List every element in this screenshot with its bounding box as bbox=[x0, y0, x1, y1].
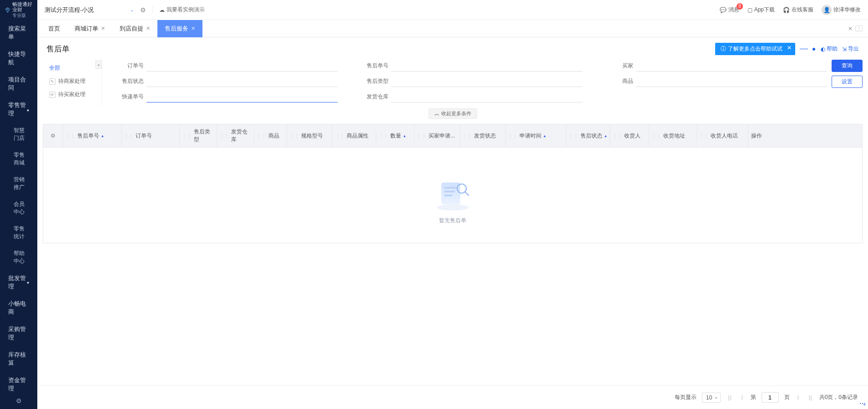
after-no-input[interactable] bbox=[391, 60, 582, 72]
tab[interactable]: 首页 bbox=[41, 20, 67, 37]
help-tip-banner[interactable]: ⓘ了解更多点击帮助试试 ✕ bbox=[715, 43, 795, 55]
drag-icon[interactable]: ⋮⋮ bbox=[569, 133, 578, 138]
drag-icon[interactable]: ⋮⋮ bbox=[508, 133, 517, 138]
sidebar-subitem[interactable]: 帮助中心 bbox=[0, 245, 37, 270]
sidebar-item[interactable]: 快捷导航 bbox=[0, 46, 37, 71]
drag-icon[interactable]: ⋮⋮ bbox=[220, 133, 229, 138]
column-header[interactable]: ⋮⋮商品 bbox=[254, 124, 287, 147]
per-page-select[interactable]: 10 bbox=[702, 393, 721, 403]
sort-icon[interactable]: ▴ bbox=[544, 133, 546, 138]
drag-icon[interactable]: ⋮⋮ bbox=[257, 133, 266, 138]
column-header[interactable]: ⋮⋮买家申请... bbox=[414, 124, 460, 147]
sidebar-item[interactable]: 零售管理▴ bbox=[0, 97, 37, 122]
after-status-select[interactable] bbox=[146, 75, 338, 87]
user-menu[interactable]: 👤 徐泽华修改 bbox=[822, 5, 861, 15]
column-header[interactable]: ⋮⋮商品属性 bbox=[333, 124, 376, 147]
column-header[interactable]: ⋮⋮售后单号▴ bbox=[63, 124, 121, 147]
prev-page-icon[interactable]: ⟨ bbox=[739, 394, 745, 402]
warehouse-select[interactable] bbox=[391, 91, 582, 102]
sidebar-item[interactable]: 项目合同 bbox=[0, 71, 37, 97]
sidebar-item[interactable]: 资金管理 bbox=[0, 372, 37, 393]
column-header[interactable]: ⋮⋮售后状态▴ bbox=[566, 124, 610, 147]
sidebar-subitem[interactable]: 营销推广 bbox=[0, 171, 37, 196]
label-buyer: 买家 bbox=[596, 62, 636, 70]
table-settings-icon[interactable]: ⚙ bbox=[43, 124, 63, 147]
column-header[interactable]: ⋮⋮数量▴ bbox=[376, 124, 414, 147]
help-link[interactable]: ◐ 帮助 bbox=[821, 45, 838, 53]
message-icon: 💬 bbox=[720, 7, 727, 13]
column-header[interactable]: ⋮⋮售后类型 bbox=[180, 124, 217, 147]
drag-icon[interactable]: ⋮⋮ bbox=[417, 133, 426, 138]
close-icon[interactable]: ✕ bbox=[146, 26, 150, 31]
sort-icon[interactable]: ▴ bbox=[101, 133, 104, 138]
sidebar-subitem[interactable]: 会员中心 bbox=[0, 196, 37, 220]
drag-icon[interactable]: ⋮⋮ bbox=[379, 133, 388, 138]
sort-icon[interactable]: ▴ bbox=[605, 133, 607, 138]
column-header[interactable]: ⋮⋮收货人电话 bbox=[696, 124, 748, 147]
total-records: 共0页，0条记录 bbox=[819, 394, 858, 401]
column-header[interactable]: ⋮⋮发货仓库 bbox=[217, 124, 254, 147]
sidebar-subitem[interactable]: 零售商城 bbox=[0, 147, 37, 171]
sidebar-item[interactable]: 小畅电商 bbox=[0, 295, 37, 321]
customer-service-link[interactable]: 🎧 在线客服 bbox=[783, 6, 813, 14]
close-icon[interactable]: ✕ bbox=[191, 26, 195, 31]
last-page-icon[interactable]: ⟩| bbox=[807, 394, 814, 402]
tab[interactable]: 售后服务✕ bbox=[157, 20, 202, 37]
drag-icon[interactable]: ⋮⋮ bbox=[652, 133, 661, 138]
goods-input[interactable] bbox=[636, 75, 827, 87]
page-label: 第 bbox=[751, 394, 756, 401]
order-no-input[interactable] bbox=[146, 60, 338, 72]
drag-icon[interactable]: ⋮⋮ bbox=[613, 133, 622, 138]
after-type-select[interactable] bbox=[391, 75, 582, 87]
column-header[interactable]: ⋮⋮收货人 bbox=[610, 124, 649, 147]
more-icon[interactable]: ⋯ bbox=[859, 400, 866, 407]
tab[interactable]: 到店自提✕ bbox=[112, 20, 157, 37]
sidebar-subitem[interactable]: 智慧门店 bbox=[0, 122, 37, 147]
settings-button[interactable]: 设置 bbox=[832, 76, 863, 88]
drag-icon[interactable]: ⋮⋮ bbox=[124, 133, 133, 138]
buyer-input[interactable] bbox=[636, 60, 827, 72]
sidebar-item[interactable]: 采购管理 bbox=[0, 321, 37, 346]
tab-close-all-icon[interactable]: ✕ bbox=[848, 26, 853, 32]
sidebar-item[interactable]: 库存核算 bbox=[0, 346, 37, 372]
drag-icon[interactable]: ⋮⋮ bbox=[290, 133, 299, 138]
sidebar-subitem[interactable]: 零售统计 bbox=[0, 220, 37, 245]
close-icon[interactable]: ✕ bbox=[101, 26, 105, 31]
sort-icon[interactable]: ▴ bbox=[404, 133, 406, 138]
query-button[interactable]: 查询 bbox=[832, 60, 863, 72]
column-header[interactable]: ⋮⋮发货状态 bbox=[460, 124, 505, 147]
drag-icon[interactable]: ⋮⋮ bbox=[335, 133, 344, 138]
org-selector[interactable]: 测试分开流程-小况 ⌄ bbox=[45, 6, 134, 14]
drag-icon[interactable]: ⋮⋮ bbox=[699, 133, 708, 138]
column-header[interactable]: ⋮⋮订单号 bbox=[121, 124, 180, 147]
filter-tab[interactable]: ✎待商家处理 bbox=[43, 75, 101, 88]
first-page-icon[interactable]: |⟨ bbox=[726, 394, 733, 402]
next-page-icon[interactable]: ⟩ bbox=[795, 394, 801, 402]
messages-link[interactable]: 💬 消息 8 bbox=[720, 6, 739, 14]
collapse-side-icon[interactable]: « bbox=[96, 61, 102, 69]
column-header[interactable]: 操作 bbox=[748, 124, 862, 147]
close-icon[interactable]: ✕ bbox=[787, 45, 792, 51]
drag-icon[interactable]: ⋮⋮ bbox=[463, 133, 472, 138]
filter-tab[interactable]: ⟳待买家处理 bbox=[43, 88, 101, 101]
filter-tab[interactable]: 全部 bbox=[43, 61, 101, 75]
export-link[interactable]: ⇲ 导出 bbox=[842, 45, 859, 53]
collapse-filters-button[interactable]: ︽ 收起更多条件 bbox=[429, 108, 477, 119]
express-no-input[interactable] bbox=[146, 91, 338, 102]
page-input[interactable] bbox=[762, 392, 779, 403]
column-header[interactable]: ⋮⋮规格型号 bbox=[287, 124, 333, 147]
sidebar-item[interactable]: 批发管理▾ bbox=[0, 270, 37, 295]
tab-more-icon[interactable]: ⋮ bbox=[855, 26, 863, 31]
svg-rect-2 bbox=[441, 183, 460, 204]
org-settings-icon[interactable]: ⚙ bbox=[140, 6, 146, 14]
column-header[interactable]: ⋮⋮收货地址 bbox=[649, 124, 696, 147]
demo-link[interactable]: ☁ 我要看实例演示 bbox=[152, 6, 205, 14]
sidebar-settings-icon[interactable]: ⚙ bbox=[0, 393, 37, 409]
tab[interactable]: 商城订单✕ bbox=[67, 20, 112, 37]
drag-icon[interactable]: ⋮⋮ bbox=[182, 133, 192, 138]
message-badge: 8 bbox=[737, 3, 743, 10]
drag-icon[interactable]: ⋮⋮ bbox=[66, 133, 75, 138]
sidebar-item[interactable]: 搜索菜单 bbox=[0, 20, 37, 46]
column-header[interactable]: ⋮⋮申请时间▴ bbox=[505, 124, 566, 147]
app-download-link[interactable]: ▢ App下载 bbox=[747, 6, 775, 14]
